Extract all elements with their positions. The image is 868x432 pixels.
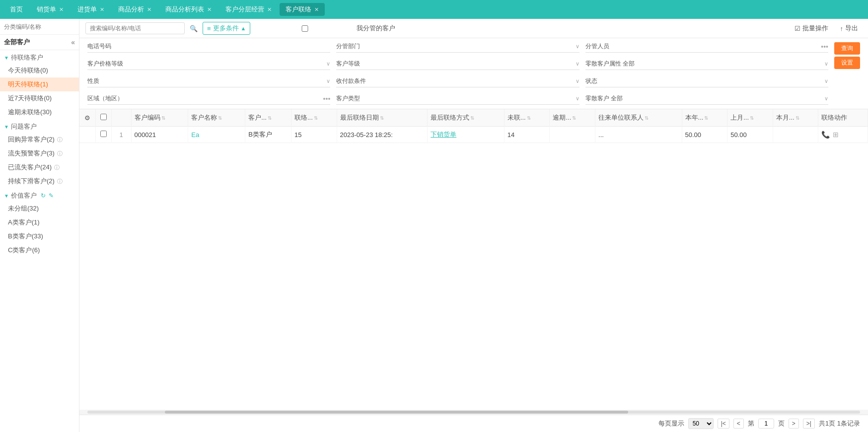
batch-ops-icon: ☑ xyxy=(795,25,800,32)
per-page-select[interactable]: 50 100 200 xyxy=(688,418,714,429)
col-customer-type[interactable]: 客户...⇅ xyxy=(245,109,291,127)
person-dots-icon[interactable]: ••• xyxy=(821,43,828,51)
close-product-analysis-icon[interactable]: ✕ xyxy=(147,6,151,13)
row-check[interactable] xyxy=(95,127,111,143)
edit-value-icon[interactable]: ✎ xyxy=(49,192,54,199)
row-checkbox[interactable] xyxy=(100,131,107,137)
filter-customer-type: 客户类型 ∨ xyxy=(336,94,579,105)
more-action-icon[interactable]: ⊞ xyxy=(833,131,839,139)
export-button[interactable]: ↑ 导出 xyxy=(836,22,863,34)
col-unit-contact[interactable]: 往来单位联系人⇅ xyxy=(595,109,682,127)
sidebar-search-input[interactable] xyxy=(4,23,78,30)
row-overdue xyxy=(550,127,595,143)
col-last-contact-date[interactable]: 最后联络日期⇅ xyxy=(337,109,428,127)
nav-home[interactable]: 首页 xyxy=(4,3,29,16)
filter-payment: 收付款条件 ∨ xyxy=(336,77,579,87)
filter-retail: 零散客户 全部 ∨ xyxy=(585,94,828,105)
nav-product-analysis-list[interactable]: 商品分析列表 ✕ xyxy=(159,3,217,16)
retail-attr-chevron-icon[interactable]: ∨ xyxy=(824,61,828,67)
horizontal-scrollbar[interactable] xyxy=(79,410,868,415)
refresh-value-icon[interactable]: ↻ xyxy=(41,192,46,199)
search-input[interactable] xyxy=(85,22,185,34)
sidebar-item-a-class[interactable]: A类客户(1) xyxy=(0,216,79,229)
sidebar-item-overdue-pending[interactable]: 逾期未联络(30) xyxy=(0,105,79,119)
retail-chevron-icon[interactable]: ∨ xyxy=(824,95,828,102)
top-navigation: 首页 销货单 ✕ 进货单 ✕ 商品分析 ✕ 商品分析列表 ✕ 客户分层经营 ✕ … xyxy=(0,0,868,19)
sidebar-item-b-class[interactable]: B类客户(33) xyxy=(0,229,79,243)
col-last-contact-method[interactable]: 最后联络方式⇅ xyxy=(428,109,505,127)
table-header: ⚙ 客户编码⇅ 客户名称⇅ 客户...⇅ 联络...⇅ 最后联络日期⇅ 最后联络… xyxy=(79,109,868,127)
sidebar-item-abnormal[interactable]: 回购异常客户(2) ⓘ xyxy=(0,133,79,146)
close-product-list-icon[interactable]: ✕ xyxy=(207,6,212,13)
next-page-button[interactable]: > xyxy=(789,419,799,429)
data-table-area: ⚙ 客户编码⇅ 客户名称⇅ 客户...⇅ 联络...⇅ 最后联络日期⇅ 最后联络… xyxy=(79,109,868,410)
col-uncontacted[interactable]: 未联...⇅ xyxy=(504,109,550,127)
row-name[interactable]: Ea xyxy=(188,127,245,143)
settings-button[interactable]: 设置 xyxy=(834,57,860,69)
col-last-month[interactable]: 上月...⇅ xyxy=(727,109,773,127)
close-sales-order-icon[interactable]: ✕ xyxy=(59,6,64,13)
scrollbar-thumb[interactable] xyxy=(165,411,629,414)
sidebar-search-bar: 🔍 xyxy=(0,19,79,35)
select-all-checkbox[interactable] xyxy=(100,114,107,120)
prev-page-button[interactable]: < xyxy=(733,419,744,429)
col-check[interactable] xyxy=(95,109,111,127)
row-action-icons: 📞 ⊞ xyxy=(821,131,865,139)
my-customers-checkbox[interactable]: 我分管的客户 xyxy=(255,24,395,33)
nav-purchase-order[interactable]: 进货单 ✕ xyxy=(72,3,110,16)
my-customers-check-input[interactable] xyxy=(255,25,355,32)
col-this-month[interactable]: 本月...⇅ xyxy=(773,109,818,127)
sidebar-item-today-pending[interactable]: 今天待联络(0) xyxy=(0,64,79,77)
nav-sales-order[interactable]: 销货单 ✕ xyxy=(31,3,70,16)
price-level-chevron-icon[interactable]: ∨ xyxy=(326,61,330,67)
sidebar-item-tomorrow-pending[interactable]: 明天待联络(1) xyxy=(0,77,79,91)
sidebar-item-churned[interactable]: 已流失客户(24) ⓘ xyxy=(0,160,79,174)
filter-dept: 分管部门 ∨ xyxy=(336,42,579,53)
customer-level-chevron-icon[interactable]: ∨ xyxy=(576,61,579,67)
info-icon-declining: ⓘ xyxy=(57,178,63,184)
payment-chevron-icon[interactable]: ∨ xyxy=(576,78,579,84)
filter-search-icon[interactable]: 🔍 xyxy=(190,25,198,32)
col-overdue[interactable]: 逾期...⇅ xyxy=(550,109,595,127)
close-customer-tier-icon[interactable]: ✕ xyxy=(267,6,272,13)
close-purchase-order-icon[interactable]: ✕ xyxy=(100,6,104,13)
scrollbar-track xyxy=(87,411,860,414)
col-this-year[interactable]: 本年...⇅ xyxy=(682,109,727,127)
sidebar-item-declining[interactable]: 持续下滑客户(2) ⓘ xyxy=(0,174,79,188)
value-triangle-icon: ▼ xyxy=(4,193,9,199)
close-customer-contact-icon[interactable]: ✕ xyxy=(314,6,319,13)
sidebar-item-c-class[interactable]: C类客户(6) xyxy=(0,243,79,257)
page-number-input[interactable] xyxy=(758,419,774,429)
nav-customer-tier[interactable]: 客户分层经营 ✕ xyxy=(219,3,278,16)
batch-ops-button[interactable]: ☑ 批量操作 xyxy=(791,22,832,34)
dept-chevron-icon[interactable]: ∨ xyxy=(576,43,579,50)
status-chevron-icon[interactable]: ∨ xyxy=(824,78,828,84)
filter-status: 状态 ∨ xyxy=(585,77,828,87)
sidebar-item-week-pending[interactable]: 近7天待联络(0) xyxy=(0,91,79,105)
row-last-method[interactable]: 下销货单 xyxy=(428,127,505,143)
info-icon-churned: ⓘ xyxy=(54,164,60,170)
collapse-sidebar-icon[interactable]: « xyxy=(71,38,75,46)
col-settings[interactable]: ⚙ xyxy=(79,109,95,127)
customer-type-chevron-icon[interactable]: ∨ xyxy=(576,95,579,102)
last-page-button[interactable]: >| xyxy=(803,419,815,429)
nav-customer-contact[interactable]: 客户联络 ✕ xyxy=(280,3,325,16)
col-customer-code[interactable]: 客户编码⇅ xyxy=(131,109,188,127)
col-contact-count[interactable]: 联络...⇅ xyxy=(291,109,337,127)
query-button[interactable]: 查询 xyxy=(834,42,860,55)
col-customer-name[interactable]: 客户名称⇅ xyxy=(188,109,245,127)
region-dots-icon[interactable]: ••• xyxy=(323,95,331,103)
sidebar-item-ungrouped[interactable]: 未分组(32) xyxy=(0,202,79,216)
row-last-date: 2023-05-23 18:25: xyxy=(337,127,428,143)
nav-product-analysis[interactable]: 商品分析 ✕ xyxy=(112,3,157,16)
more-filter-button[interactable]: ≡ 更多条件 ▲ xyxy=(203,22,250,35)
phone-action-icon[interactable]: 📞 xyxy=(821,131,830,139)
filter-row-2: 客户价格等级 ∨ 客户等级 ∨ 零散客户属性 全部 ∨ xyxy=(87,60,828,70)
row-uncontacted: 14 xyxy=(504,127,550,143)
row-this-month xyxy=(773,127,818,143)
sidebar-item-churn-warning[interactable]: 流失预警客户(3) ⓘ xyxy=(0,146,79,160)
first-page-button[interactable]: |< xyxy=(718,419,729,429)
nature-chevron-icon[interactable]: ∨ xyxy=(326,78,330,84)
table-header-row: ⚙ 客户编码⇅ 客户名称⇅ 客户...⇅ 联络...⇅ 最后联络日期⇅ 最后联络… xyxy=(79,109,868,127)
export-icon: ↑ xyxy=(840,25,844,32)
